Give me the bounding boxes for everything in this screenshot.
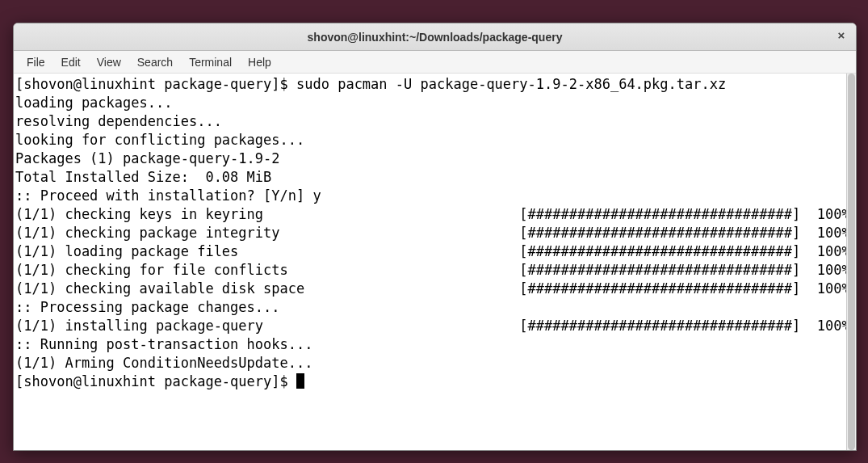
- terminal-line: Total Installed Size: 0.08 MiB: [15, 168, 854, 187]
- menu-terminal[interactable]: Terminal: [181, 53, 240, 72]
- terminal-window: shovon@linuxhint:~/Downloads/package-que…: [13, 23, 857, 451]
- terminal-line: (1/1) checking for file conflicts [#####…: [15, 261, 854, 280]
- terminal-line: loading packages...: [15, 94, 854, 112]
- menu-search[interactable]: Search: [129, 53, 181, 72]
- menu-edit[interactable]: Edit: [53, 53, 89, 72]
- scrollbar-thumb[interactable]: [848, 74, 855, 450]
- scrollbar-vertical[interactable]: [846, 74, 856, 450]
- menu-help[interactable]: Help: [240, 53, 279, 72]
- window-title: shovon@linuxhint:~/Downloads/package-que…: [308, 31, 563, 44]
- terminal-prompt: [shovon@linuxhint package-query]$: [15, 373, 854, 391]
- terminal-line: [shovon@linuxhint package-query]$ sudo p…: [15, 75, 854, 94]
- terminal-line: (1/1) Arming ConditionNeedsUpdate...: [15, 354, 854, 373]
- terminal-line: (1/1) checking package integrity [######…: [15, 224, 854, 242]
- terminal-line: :: Running post-transaction hooks...: [15, 335, 854, 354]
- terminal-line: (1/1) loading package files [###########…: [15, 242, 854, 261]
- terminal-area[interactable]: [shovon@linuxhint package-query]$ sudo p…: [14, 74, 856, 450]
- menu-file[interactable]: File: [19, 53, 53, 72]
- terminal-line: (1/1) checking keys in keyring [########…: [15, 205, 854, 224]
- menubar: File Edit View Search Terminal Help: [14, 51, 856, 74]
- window-titlebar[interactable]: shovon@linuxhint:~/Downloads/package-que…: [14, 23, 856, 51]
- terminal-line: :: Proceed with installation? [Y/n] y: [15, 187, 854, 205]
- terminal-line: resolving dependencies...: [15, 112, 854, 131]
- terminal-line: (1/1) installing package-query [########…: [15, 317, 854, 335]
- close-button[interactable]: ×: [835, 30, 848, 43]
- terminal-line: looking for conflicting packages...: [15, 131, 854, 149]
- terminal-line: :: Processing package changes...: [15, 298, 854, 317]
- terminal-line: Packages (1) package-query-1.9-2: [15, 149, 854, 168]
- terminal-cursor: [296, 373, 304, 389]
- menu-view[interactable]: View: [89, 53, 129, 72]
- terminal-line: (1/1) checking available disk space [###…: [15, 280, 854, 298]
